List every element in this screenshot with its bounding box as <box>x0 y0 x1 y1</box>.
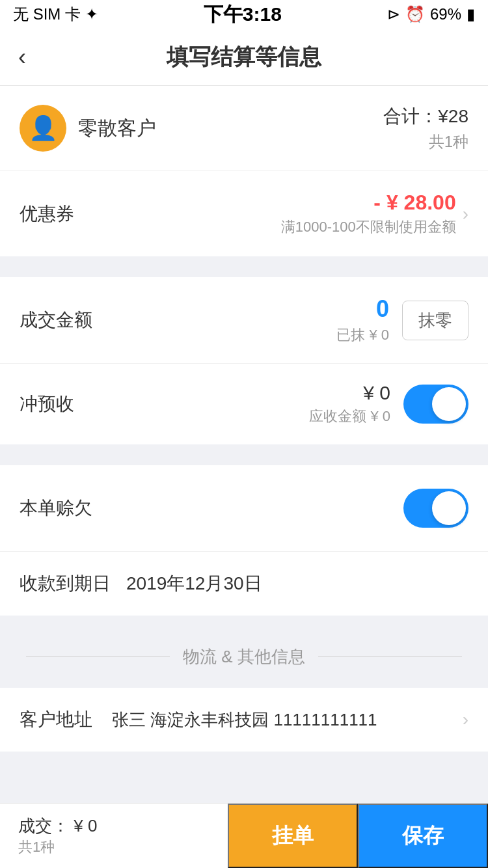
address-value: 张三 海淀永丰科技园 11111111111 <box>112 709 463 731</box>
customer-name: 零散客户 <box>78 115 156 142</box>
status-bar-left: 无 SIM 卡 ✦ <box>13 4 98 25</box>
customer-section: 👤 零散客户 合计：¥28 共1种 优惠券 - ¥ 28.00 满1000-10… <box>0 86 488 256</box>
debit-label: 本单赊欠 <box>20 496 92 521</box>
nav-bar: ‹ 填写结算等信息 <box>0 29 488 86</box>
battery-icon: ▮ <box>467 5 475 23</box>
section-divider-2 <box>0 455 488 465</box>
main-content: 👤 零散客户 合计：¥28 共1种 优惠券 - ¥ 28.00 满1000-10… <box>0 86 488 868</box>
amount-label: 成交金额 <box>20 308 92 332</box>
advance-amounts: ¥ 0 应收金额 ¥ 0 <box>309 382 390 426</box>
toggle-thumb <box>432 387 466 421</box>
advance-label: 冲预收 <box>20 392 74 416</box>
debit-toggle[interactable] <box>403 489 468 528</box>
avatar-icon: 👤 <box>29 115 58 142</box>
bottom-deal-amount: 成交： ¥ 0 <box>18 815 210 837</box>
coupon-desc: 满1000-100不限制使用金额 <box>281 217 456 237</box>
customer-avatar: 👤 <box>20 105 66 152</box>
advance-value: ¥ 0 <box>309 382 390 404</box>
amount-value-wrap: 0 已抹 ¥ 0 <box>336 295 389 345</box>
page-title: 填写结算等信息 <box>167 42 321 72</box>
section-divider-1 <box>0 267 488 277</box>
logistics-label: 物流 & 其他信息 <box>183 645 305 668</box>
debit-row: 本单赊欠 <box>0 465 488 551</box>
status-bar-time: 下午3:18 <box>204 1 282 28</box>
battery-level: 69% <box>430 5 461 23</box>
amount-right: 0 已抹 ¥ 0 抹零 <box>336 295 468 345</box>
alarm-icon: ⏰ <box>405 5 425 23</box>
logistics-divider: 物流 & 其他信息 <box>0 639 488 675</box>
debit-section: 本单赊欠 收款到期日 2019年12月30日 <box>0 465 488 616</box>
round-button[interactable]: 抹零 <box>402 301 468 340</box>
customer-left: 👤 零散客户 <box>20 105 156 152</box>
due-label: 收款到期日 <box>20 571 111 596</box>
advance-row: 冲预收 ¥ 0 应收金额 ¥ 0 <box>0 363 488 444</box>
divider-line-left <box>26 657 170 657</box>
back-button[interactable]: ‹ <box>18 44 26 71</box>
bottom-bar: 成交： ¥ 0 共1种 挂单 保存 <box>0 803 488 868</box>
customer-count: 共1种 <box>383 131 468 152</box>
amount-sub: 已抹 ¥ 0 <box>336 325 389 345</box>
coupon-right: - ¥ 28.00 满1000-100不限制使用金额 › <box>281 191 468 237</box>
logistics-section: 物流 & 其他信息 <box>0 626 488 688</box>
due-value: 2019年12月30日 <box>126 571 262 596</box>
coupon-label: 优惠券 <box>20 202 74 226</box>
address-label: 客户地址 <box>20 707 92 732</box>
customer-right: 合计：¥28 共1种 <box>383 104 468 152</box>
bottom-summary: 成交： ¥ 0 共1种 <box>0 804 228 868</box>
due-row: 收款到期日 2019年12月30日 <box>0 551 488 616</box>
advance-toggle[interactable] <box>403 385 468 424</box>
status-bar: 无 SIM 卡 ✦ 下午3:18 ⊳ ⏰ 69% ▮ <box>0 0 488 29</box>
address-section: 客户地址 张三 海淀永丰科技园 11111111111 › <box>0 688 488 752</box>
amount-value: 0 <box>336 295 389 323</box>
location-icon: ⊳ <box>387 5 400 23</box>
status-bar-right: ⊳ ⏰ 69% ▮ <box>387 5 475 23</box>
coupon-row[interactable]: 优惠券 - ¥ 28.00 满1000-100不限制使用金额 › <box>0 170 488 256</box>
coupon-discount: - ¥ 28.00 <box>281 191 456 215</box>
customer-total: 合计：¥28 <box>383 104 468 129</box>
amount-row: 成交金额 0 已抹 ¥ 0 抹零 <box>0 277 488 363</box>
amount-section: 成交金额 0 已抹 ¥ 0 抹零 冲预收 ¥ 0 应收金额 ¥ 0 <box>0 277 488 444</box>
address-row[interactable]: 客户地址 张三 海淀永丰科技园 11111111111 › <box>0 688 488 752</box>
bottom-deal-count: 共1种 <box>18 837 210 857</box>
chevron-right-icon: › <box>463 204 468 224</box>
save-button[interactable]: 保存 <box>358 804 488 868</box>
debit-toggle-thumb <box>432 491 466 525</box>
address-right: › <box>463 709 468 730</box>
customer-row: 👤 零散客户 合计：¥28 共1种 <box>0 86 488 170</box>
address-chevron-icon: › <box>463 709 468 730</box>
advance-sub: 应收金额 ¥ 0 <box>309 407 390 426</box>
sim-status: 无 SIM 卡 ✦ <box>13 4 98 25</box>
hold-order-button[interactable]: 挂单 <box>228 804 358 868</box>
advance-right: ¥ 0 应收金额 ¥ 0 <box>309 382 468 426</box>
divider-line-right <box>318 657 462 657</box>
